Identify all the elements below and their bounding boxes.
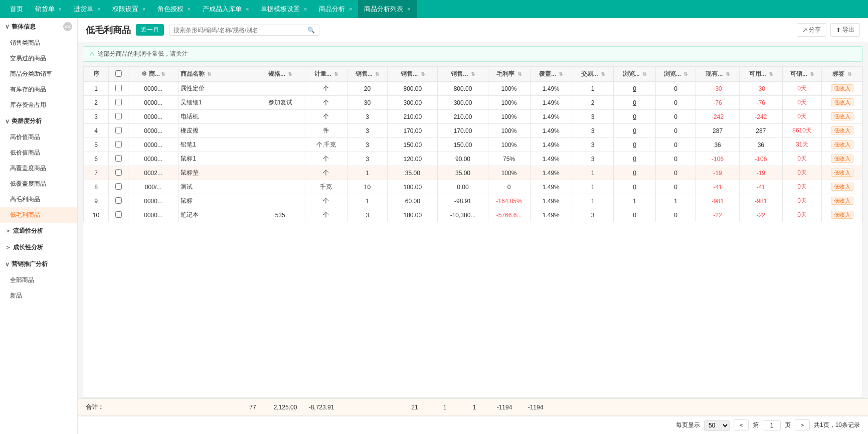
search-icon[interactable]: 🔍 <box>307 27 315 34</box>
cell-check[interactable] <box>109 208 128 222</box>
col-header-cover[interactable]: 覆盖... ⇅ <box>530 67 572 82</box>
col-header-tag[interactable]: 标签 ⇅ <box>822 67 862 82</box>
cell-check[interactable] <box>109 180 128 194</box>
close-product-analysis[interactable]: × <box>349 6 352 12</box>
cell-browse1[interactable]: 0 <box>614 82 655 96</box>
sidebar-item-inventory-capital[interactable]: 库存资金占用 <box>0 97 77 113</box>
sidebar-group-cluster[interactable]: ∨ 类群度分析 <box>0 113 77 129</box>
browse1-link[interactable]: 0 <box>633 141 636 149</box>
per-page-select[interactable]: 50 100 200 <box>704 420 730 431</box>
row-checkbox[interactable] <box>115 85 122 91</box>
col-header-browse1[interactable]: 浏览... ⇅ <box>614 67 655 82</box>
col-header-spec[interactable]: 规格... ⇅ <box>255 67 305 82</box>
close-purchase-order[interactable]: × <box>97 6 100 12</box>
col-header-gross[interactable]: 销售... ⇅ <box>438 67 488 82</box>
row-checkbox[interactable] <box>115 155 122 162</box>
nav-sales-order[interactable]: 销货单 × <box>29 0 68 18</box>
time-filter-button[interactable]: 近一月 <box>136 24 164 36</box>
cell-check[interactable] <box>109 138 128 152</box>
cell-browse1[interactable]: 0 <box>614 110 655 124</box>
col-header-qty[interactable]: 销售... ⇅ <box>347 67 388 82</box>
sidebar-collapse-btn[interactable]: << <box>63 22 72 31</box>
sidebar-item-low-margin[interactable]: 低毛利商品 <box>0 207 77 223</box>
close-product-analysis-list[interactable]: × <box>407 6 410 12</box>
col-header-name[interactable]: 商品名称 ⇅ <box>179 67 255 82</box>
col-header-rate[interactable]: 毛利率 ⇅ <box>488 67 530 82</box>
export-button[interactable]: ⬆ 导出 <box>830 23 860 37</box>
browse1-link[interactable]: 0 <box>633 127 636 134</box>
prev-page-btn[interactable]: ＜ <box>734 419 749 431</box>
browse1-link[interactable]: 0 <box>633 170 636 177</box>
col-header-price[interactable]: 销售... ⇅ <box>388 67 438 82</box>
close-role-auth[interactable]: × <box>188 6 191 12</box>
col-header-trade[interactable]: 交易... ⇅ <box>572 67 613 82</box>
cell-check[interactable] <box>109 152 128 166</box>
page-input[interactable] <box>763 420 781 430</box>
row-checkbox[interactable] <box>115 113 122 119</box>
close-template-settings[interactable]: × <box>304 6 307 12</box>
cell-browse1[interactable]: 0 <box>614 180 655 194</box>
cell-check[interactable] <box>109 82 128 96</box>
nav-product-inbound[interactable]: 产成品入库单 × <box>197 0 255 18</box>
col-header-stock2[interactable]: 可用... ⇅ <box>739 67 782 82</box>
nav-purchase-order[interactable]: 进货单 × <box>68 0 106 18</box>
browse1-link[interactable]: 0 <box>633 212 636 219</box>
sidebar-item-low-coverage[interactable]: 低覆盖度商品 <box>0 176 77 192</box>
sidebar-group-growth[interactable]: ＞ 成长性分析 <box>0 239 77 256</box>
sidebar-item-high-value[interactable]: 高价值商品 <box>0 129 77 145</box>
row-checkbox[interactable] <box>115 127 122 133</box>
nav-template-settings[interactable]: 单据模板设置 × <box>255 0 313 18</box>
close-sales-order[interactable]: × <box>59 6 62 12</box>
sidebar-group-circulation[interactable]: ＞ 流通性分析 <box>0 223 77 239</box>
sidebar-item-high-margin[interactable]: 高毛利商品 <box>0 192 77 207</box>
browse1-link[interactable]: 0 <box>633 184 636 191</box>
sidebar-item-low-value[interactable]: 低价值商品 <box>0 145 77 161</box>
sidebar-item-sales-products[interactable]: 销售类商品 <box>0 35 77 51</box>
nav-home[interactable]: 首页 <box>4 0 29 18</box>
cell-browse1[interactable]: 0 <box>614 166 655 180</box>
sidebar-item-stocked-products[interactable]: 有库存的商品 <box>0 82 77 97</box>
nav-role-auth[interactable]: 角色授权 × <box>151 0 197 18</box>
row-checkbox[interactable] <box>115 169 122 176</box>
browse1-link[interactable]: 1 <box>633 198 636 205</box>
cell-browse1[interactable]: 0 <box>614 208 655 222</box>
cell-check[interactable] <box>109 194 128 208</box>
select-all-checkbox[interactable] <box>115 70 122 77</box>
sidebar-group-marketing[interactable]: ∨ 营销推广分析 <box>0 256 77 272</box>
cell-check[interactable] <box>109 96 128 110</box>
sidebar-item-all-products[interactable]: 全部商品 <box>0 272 77 288</box>
cell-browse1[interactable]: 1 <box>614 194 655 208</box>
cell-browse1[interactable]: 0 <box>614 152 655 166</box>
col-header-unit[interactable]: 计量... ⇅ <box>305 67 347 82</box>
browse1-link[interactable]: 0 <box>633 85 636 92</box>
row-checkbox[interactable] <box>115 211 122 218</box>
search-input[interactable] <box>173 27 307 34</box>
next-page-btn[interactable]: ＞ <box>795 419 810 431</box>
cell-browse1[interactable]: 0 <box>614 96 655 110</box>
share-button[interactable]: ↗ 分享 <box>797 23 826 37</box>
browse1-link[interactable]: 0 <box>633 156 636 163</box>
col-header-settings[interactable]: ⚙ 商...⇅ <box>128 67 179 82</box>
sidebar-item-category-assist[interactable]: 商品分类助销率 <box>0 66 77 82</box>
browse1-link[interactable]: 0 <box>633 99 636 106</box>
close-product-inbound[interactable]: × <box>246 6 249 12</box>
row-checkbox[interactable] <box>115 197 122 204</box>
row-checkbox[interactable] <box>115 183 122 190</box>
row-checkbox[interactable] <box>115 141 122 148</box>
col-header-browse2[interactable]: 浏览... ⇅ <box>655 67 696 82</box>
sidebar-item-traded-products[interactable]: 交易过的商品 <box>0 51 77 66</box>
cell-browse1[interactable]: 0 <box>614 138 655 152</box>
cell-check[interactable] <box>109 110 128 124</box>
col-header-days[interactable]: 可销... ⇅ <box>782 67 821 82</box>
nav-product-analysis[interactable]: 商品分析 × <box>313 0 358 18</box>
cell-browse1[interactable]: 0 <box>614 124 655 138</box>
sidebar-group-overall[interactable]: ∨ 整体信息 << <box>0 18 77 35</box>
browse1-link[interactable]: 0 <box>633 113 636 120</box>
sidebar-item-high-coverage[interactable]: 高覆盖度商品 <box>0 161 77 176</box>
row-checkbox[interactable] <box>115 99 122 105</box>
col-header-stock1[interactable]: 现有... ⇅ <box>696 67 739 82</box>
sidebar-item-new-products[interactable]: 新品 <box>0 288 77 304</box>
cell-check[interactable] <box>109 166 128 180</box>
cell-check[interactable] <box>109 124 128 138</box>
nav-permissions[interactable]: 权限设置 × <box>106 0 151 18</box>
